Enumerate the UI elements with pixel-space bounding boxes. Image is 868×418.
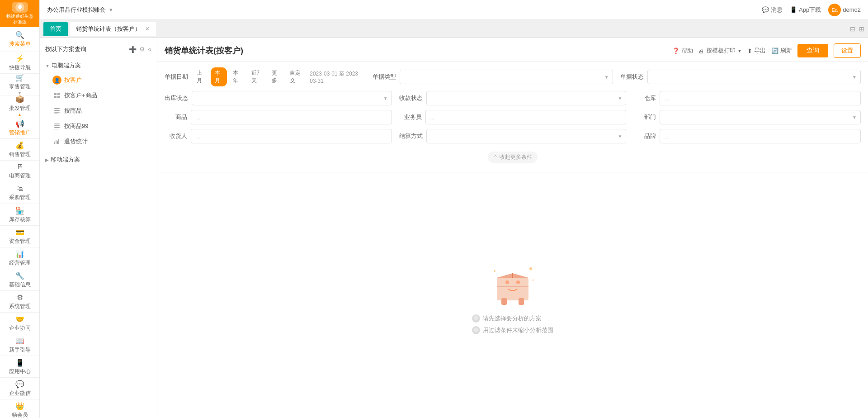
marketing-icon: 📢: [15, 119, 24, 128]
sidebar-item-purchase[interactable]: 🛍 采购管理: [0, 182, 39, 204]
scheme-item-by-customer[interactable]: 👤 按客户: [40, 72, 157, 88]
order-status-input[interactable]: ▼: [647, 70, 861, 84]
department-chevron: ▼: [852, 115, 857, 120]
sidebar-item-guide[interactable]: 📖 新手引导: [0, 334, 39, 356]
app-download-label: App下载: [799, 6, 821, 14]
query-button[interactable]: 查询: [797, 44, 828, 57]
product-input[interactable]: …: [191, 110, 392, 124]
sidebar-item-finance[interactable]: 💳 资金管理: [0, 226, 39, 247]
sidebar-item-wechat[interactable]: 💬 企业微信: [0, 378, 39, 399]
filter-receipt-status: 收款状态 ▼: [399, 91, 627, 105]
sidebar-item-wholesale[interactable]: 📦 批发管理 ▲: [0, 95, 39, 117]
collapse-button[interactable]: ⌃ 收起更多条件: [488, 152, 538, 163]
date-tab-custom[interactable]: 自定义: [286, 67, 306, 86]
sidebar-item-inventory[interactable]: 🏪 库存核算: [0, 204, 39, 226]
refresh-button[interactable]: 🔄 刷新: [771, 47, 792, 55]
tab-minimize-icon[interactable]: ⊟: [850, 25, 855, 33]
scheme-item-by-customer-product[interactable]: 按客户+商品: [40, 88, 157, 103]
filter-consignee: 收货人 …: [165, 129, 392, 143]
salesperson-input[interactable]: …: [425, 110, 627, 124]
scheme-item-by-product[interactable]: 按商品: [40, 103, 157, 119]
svg-rect-11: [54, 127, 60, 128]
avatar-initials: Ea: [832, 7, 838, 13]
receipt-status-chevron: ▼: [618, 96, 622, 101]
app-download-button[interactable]: 📱 App下载: [790, 6, 821, 14]
order-type-input[interactable]: ▼: [400, 70, 613, 84]
purchase-icon: 🛍: [16, 185, 24, 193]
help-button[interactable]: ❓ 帮助: [672, 47, 693, 55]
app-logo: 畅捷通好生意 标准版: [0, 0, 39, 27]
settings-button[interactable]: 设置: [834, 43, 861, 58]
message-button[interactable]: 💬 消息: [762, 6, 783, 14]
sidebar-item-quick-nav[interactable]: ⚡ 快捷导航: [0, 52, 39, 74]
svg-rect-9: [54, 124, 60, 124]
sidebar-item-system[interactable]: ⚙ 系统管理: [0, 291, 39, 313]
sidebar-item-search[interactable]: 🔍 搜索菜单: [0, 27, 39, 52]
sidebar-item-sales[interactable]: 💰 销售管理: [0, 139, 39, 161]
department-input[interactable]: ▼: [660, 110, 861, 124]
message-icon: 💬: [762, 6, 769, 13]
export-button[interactable]: ⬆ 导出: [747, 47, 766, 55]
scheme-item-return-stat[interactable]: 退货统计: [40, 134, 157, 149]
settlement-input[interactable]: ▼: [426, 129, 627, 143]
mobile-scheme-header[interactable]: ▶ 移动端方案: [40, 153, 157, 166]
warehouse-input[interactable]: …: [660, 91, 861, 105]
out-status-chevron: ▼: [383, 96, 388, 101]
scheme-item-by-product-99[interactable]: 按商品99: [40, 119, 157, 134]
svg-rect-6: [54, 110, 60, 111]
date-tab-7days[interactable]: 近7天: [247, 67, 266, 86]
date-tab-this-month[interactable]: 本月: [211, 67, 227, 86]
svg-point-27: [533, 279, 534, 280]
receipt-status-input[interactable]: ▼: [426, 91, 627, 105]
header-right: 💬 消息 📱 App下载 Ea demo2: [762, 4, 861, 16]
sidebar-ecommerce-label: 电商管理: [9, 172, 31, 180]
brand-input[interactable]: …: [660, 129, 861, 143]
date-tab-this-year[interactable]: 本年: [229, 67, 245, 86]
sidebar-item-appstore[interactable]: 📱 应用中心: [0, 356, 39, 378]
desktop-scheme-header[interactable]: ▼ 电脑端方案: [40, 59, 157, 72]
tab-sales-stat[interactable]: 销货单统计表（按客户） ✕: [70, 22, 156, 36]
sidebar-item-marketing[interactable]: 📢 营销推广: [0, 117, 39, 139]
sidebar-item-ecommerce[interactable]: 🖥 电商管理: [0, 161, 39, 182]
order-type-chevron: ▼: [604, 75, 609, 80]
by-customer-product-icon: [52, 91, 61, 100]
add-scheme-button[interactable]: ➕: [129, 46, 137, 53]
collapse-panel-button[interactable]: «: [148, 46, 151, 53]
print-button[interactable]: 🖨 按模板打印 ▼: [698, 47, 742, 55]
settings-scheme-button[interactable]: ⚙: [139, 46, 145, 53]
svg-rect-7: [54, 112, 60, 113]
print-icon: 🖨: [698, 48, 704, 54]
sidebar-operations-label: 经营管理: [9, 259, 31, 267]
return-stat-icon: [52, 137, 61, 146]
filter-row-3: 商品 … 业务员 … 部门: [165, 110, 861, 124]
tab-close-icon[interactable]: ✕: [145, 26, 150, 32]
filter-out-status: 出库状态 ▼: [165, 91, 392, 105]
tip-num-2: ②: [472, 326, 480, 334]
sidebar-item-retail[interactable]: 🛒 零售管理 ▼: [0, 74, 39, 95]
sidebar-item-operations[interactable]: 📊 经营管理: [0, 247, 39, 269]
page-title-bar: 销货单统计表(按客户) ❓ 帮助 🖨 按模板打印 ▼ ⬆ 导出: [157, 38, 868, 62]
sidebar-item-basic[interactable]: 🔧 基础信息: [0, 269, 39, 291]
appstore-icon: 📱: [15, 358, 24, 367]
department-label: 部门: [633, 113, 656, 121]
order-status-chevron: ▼: [852, 75, 857, 80]
enterprise-icon: 🤝: [15, 315, 24, 323]
wholesale-expand-icon: ▲: [18, 112, 22, 117]
tab-fullscreen-icon[interactable]: ⊞: [859, 25, 864, 33]
sidebar-system-label: 系统管理: [9, 303, 31, 310]
sidebar-item-enterprise[interactable]: 🤝 企业协同: [0, 313, 39, 334]
sidebar-item-member[interactable]: 👑 畅会员: [0, 399, 39, 418]
date-tab-last-month[interactable]: 上月: [193, 67, 209, 86]
wholesale-icon: 📦: [15, 95, 24, 104]
receipt-status-label: 收款状态: [399, 94, 423, 102]
consignee-input[interactable]: …: [191, 129, 392, 143]
wechat-icon: 💬: [15, 380, 24, 389]
out-status-input[interactable]: ▼: [192, 91, 392, 105]
header-dropdown-icon[interactable]: ▾: [109, 6, 113, 13]
date-tab-more[interactable]: 更多: [268, 67, 284, 86]
filter-settlement: 结算方式 ▼: [399, 129, 627, 143]
date-range: 2023-03-01 至 2023-03-31: [310, 70, 365, 84]
settlement-label: 结算方式: [399, 132, 423, 140]
user-profile[interactable]: Ea demo2: [828, 4, 861, 16]
tab-home[interactable]: 首页: [43, 22, 68, 36]
